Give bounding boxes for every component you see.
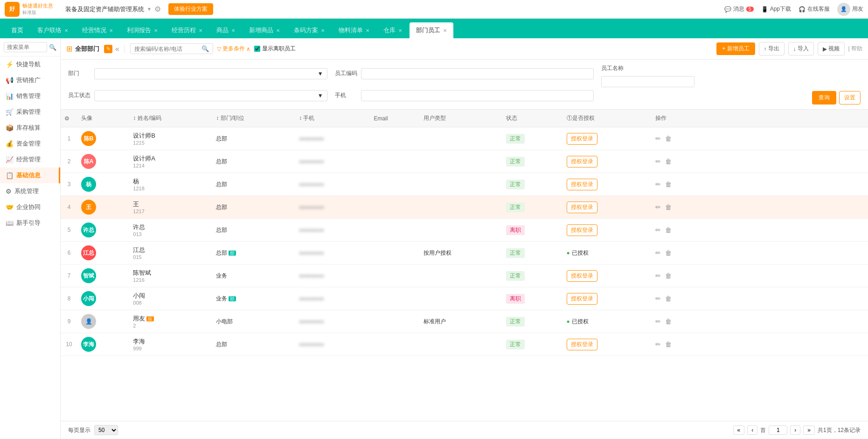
auth-login-button[interactable]: 授权登录: [567, 293, 597, 305]
close-icon[interactable]: ✕: [64, 28, 68, 33]
trial-button[interactable]: 体验行业方案: [168, 3, 213, 15]
avatar: 杨: [81, 177, 96, 192]
sidebar-search-input[interactable]: [4, 42, 47, 52]
edit-button[interactable]: ✏: [655, 226, 661, 234]
delete-button[interactable]: 🗑: [665, 318, 672, 325]
more-filter-button[interactable]: ▽ 更多条件 ∧: [217, 45, 250, 53]
tab-warehouse[interactable]: 仓库 ✕: [377, 22, 409, 38]
auth-login-button[interactable]: 授权登录: [567, 156, 597, 167]
per-page-select[interactable]: 50 100: [94, 425, 118, 435]
tab-customer[interactable]: 客户联络 ✕: [31, 22, 75, 38]
dropdown-arrow-icon[interactable]: ▼: [147, 7, 152, 12]
edit-button[interactable]: ✏: [655, 203, 661, 211]
all-dept-label[interactable]: 全部部门: [75, 45, 99, 53]
sidebar-item-marketing[interactable]: 📢 营销推广: [0, 72, 60, 88]
export-button[interactable]: ↑ 导出: [759, 42, 785, 56]
close-icon[interactable]: ✕: [366, 28, 369, 33]
auth-login-button[interactable]: 授权登录: [567, 339, 597, 350]
view-button[interactable]: ▶ 视频: [818, 42, 845, 56]
dept-filter-select[interactable]: ▼: [94, 68, 327, 79]
prev-page-button[interactable]: ‹: [747, 425, 757, 435]
add-employee-button[interactable]: + 新增员工: [716, 42, 755, 55]
emp-code-input[interactable]: [361, 68, 594, 79]
tab-profit[interactable]: 利润报告 ✕: [120, 22, 164, 38]
close-icon[interactable]: ✕: [443, 28, 447, 33]
first-page-button[interactable]: «: [733, 425, 745, 435]
tab-home[interactable]: 首页: [5, 22, 30, 38]
sidebar-item-purchase[interactable]: 🛒 采购管理: [0, 104, 60, 120]
message-btn[interactable]: 💬 消息 5: [724, 5, 754, 13]
close-icon[interactable]: ✕: [321, 28, 325, 33]
import-button[interactable]: ↓ 导入: [788, 42, 814, 56]
edit-button[interactable]: ✏: [655, 158, 661, 165]
edit-button[interactable]: ✏: [655, 272, 661, 279]
edit-button[interactable]: ✏: [655, 318, 661, 325]
close-icon[interactable]: ✕: [199, 28, 202, 33]
sidebar-item-guide[interactable]: 📖 新手引导: [0, 215, 60, 231]
collapse-icon[interactable]: «: [115, 45, 119, 53]
col-dept[interactable]: ↕ 部门/职位: [212, 110, 295, 127]
phone-value: ●●●●●●●●: [299, 319, 324, 324]
edit-button[interactable]: ✏: [655, 249, 661, 257]
sidebar-item-operation[interactable]: 📈 经营管理: [0, 152, 60, 167]
auth-login-button[interactable]: 授权登录: [567, 202, 597, 213]
close-icon[interactable]: ✕: [398, 28, 402, 33]
tab-goods[interactable]: 商品 ✕: [210, 22, 242, 38]
close-icon[interactable]: ✕: [109, 28, 113, 33]
row-email: [370, 310, 420, 333]
online-service-btn[interactable]: 🎧 在线客服: [799, 5, 830, 13]
col-settings[interactable]: ⚙: [61, 110, 77, 127]
gear-icon[interactable]: ⚙: [154, 5, 161, 14]
emp-name-input[interactable]: [601, 76, 694, 87]
sidebar-item-system[interactable]: ⚙ 系统管理: [0, 183, 60, 199]
close-icon[interactable]: ✕: [231, 28, 235, 33]
col-name[interactable]: ↕ 姓名/编码: [129, 110, 212, 127]
user-menu[interactable]: 👤 用友: [837, 3, 863, 16]
auth-login-button[interactable]: 授权登录: [567, 224, 597, 236]
delete-button[interactable]: 🗑: [665, 226, 672, 234]
delete-button[interactable]: 🗑: [665, 158, 672, 165]
delete-button[interactable]: 🗑: [665, 203, 672, 211]
tab-barcode[interactable]: 条码方案 ✕: [287, 22, 331, 38]
query-button[interactable]: 查询: [812, 91, 836, 105]
search-input[interactable]: [134, 46, 200, 52]
sidebar-item-inventory[interactable]: 📦 库存核算: [0, 120, 60, 136]
app-download-btn[interactable]: 📱 App下载: [761, 5, 791, 13]
tab-bom[interactable]: 物料清单 ✕: [332, 22, 376, 38]
edit-button[interactable]: ✏: [655, 135, 661, 142]
delete-button[interactable]: 🗑: [665, 295, 672, 302]
tab-new-goods[interactable]: 新增商品 ✕: [243, 22, 286, 38]
edit-button[interactable]: ✏: [655, 295, 661, 302]
delete-button[interactable]: 🗑: [665, 341, 672, 348]
show-resigned-label[interactable]: 显示离职员工: [254, 45, 296, 53]
delete-button[interactable]: 🗑: [665, 135, 672, 142]
sidebar-item-quicknav[interactable]: ⚡ 快捷导航: [0, 56, 60, 72]
sidebar-item-cooperation[interactable]: 🤝 企业协同: [0, 199, 60, 215]
next-page-button[interactable]: ›: [790, 425, 800, 435]
show-resigned-checkbox[interactable]: [254, 46, 260, 52]
delete-button[interactable]: 🗑: [665, 181, 672, 188]
delete-button[interactable]: 🗑: [665, 272, 672, 279]
tab-department-employee[interactable]: 部门员工 ✕: [410, 22, 453, 38]
auth-login-button[interactable]: 授权登录: [567, 133, 597, 145]
emp-status-select[interactable]: ▼: [94, 90, 327, 101]
auth-login-button[interactable]: 授权登录: [567, 179, 597, 190]
tab-history[interactable]: 经营历程 ✕: [165, 22, 209, 38]
phone-input[interactable]: [361, 90, 594, 101]
edit-button[interactable]: ✏: [655, 341, 661, 348]
col-phone[interactable]: ↕ 手机: [295, 110, 370, 127]
set-button[interactable]: 设置: [839, 91, 861, 105]
sidebar-item-finance[interactable]: 💰 资金管理: [0, 136, 60, 152]
sidebar-item-basic-info[interactable]: 📋 基础信息: [0, 167, 60, 183]
dept-edit-button[interactable]: ✎: [104, 45, 112, 53]
close-icon[interactable]: ✕: [154, 28, 158, 33]
close-icon[interactable]: ✕: [276, 28, 280, 33]
edit-button[interactable]: ✏: [655, 181, 661, 188]
sidebar-item-sales[interactable]: 📊 销售管理: [0, 88, 60, 104]
tab-business[interactable]: 经营情况 ✕: [76, 22, 119, 38]
help-button[interactable]: | 帮助: [848, 45, 862, 53]
last-page-button[interactable]: »: [803, 425, 815, 435]
auth-login-button[interactable]: 授权登录: [567, 270, 597, 282]
delete-button[interactable]: 🗑: [665, 249, 672, 257]
page-number-input[interactable]: [769, 425, 787, 435]
